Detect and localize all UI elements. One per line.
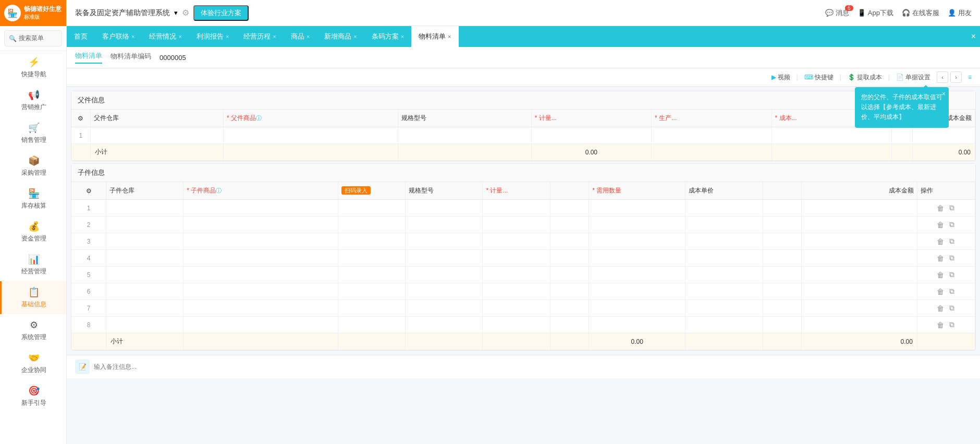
- tab-customer[interactable]: 客户联络 ×: [95, 26, 142, 47]
- scan-button[interactable]: 扫码录入: [341, 186, 371, 195]
- page-tab-bom[interactable]: 物料清单: [75, 51, 102, 64]
- copy-icon-row-1[interactable]: ⧉: [947, 203, 957, 213]
- child-row-6-unit-price[interactable]: [685, 283, 763, 300]
- child-row-3-warehouse[interactable]: [106, 233, 183, 250]
- child-row-6-qty[interactable]: [589, 283, 685, 300]
- child-row-8-warehouse[interactable]: [106, 317, 183, 333]
- child-row-3-spec[interactable]: [406, 233, 483, 250]
- page-tab-code[interactable]: 物料清单编码: [111, 52, 151, 63]
- tab-operation-close[interactable]: ×: [178, 33, 181, 40]
- sidebar-item-operation[interactable]: 📊 经营管理: [0, 248, 66, 281]
- child-row-7-goods[interactable]: [183, 300, 338, 317]
- sidebar-item-quick-nav[interactable]: ⚡ 快捷导航: [0, 51, 66, 84]
- parent-row-1-cost[interactable]: [771, 127, 891, 144]
- child-row-3-goods[interactable]: [183, 233, 338, 250]
- search-menu-button[interactable]: 🔍 搜索菜单: [4, 30, 62, 46]
- sidebar-item-purchase[interactable]: 📦 采购管理: [0, 150, 66, 183]
- shortcut-button[interactable]: ⌨ 快捷键: [804, 73, 834, 82]
- note-input[interactable]: [94, 363, 972, 370]
- copy-icon-row-5[interactable]: ⧉: [947, 270, 957, 280]
- delete-icon-row-8[interactable]: 🗑: [936, 320, 945, 330]
- child-row-1-goods[interactable]: [183, 200, 338, 217]
- child-row-8-spec[interactable]: [406, 317, 483, 333]
- child-row-6-goods[interactable]: [183, 283, 338, 300]
- child-row-7-unit[interactable]: [483, 300, 550, 317]
- delete-icon-row-5[interactable]: 🗑: [936, 270, 945, 280]
- child-row-1-unit[interactable]: [483, 200, 550, 217]
- tab-barcode-close[interactable]: ×: [401, 33, 404, 40]
- copy-icon-row-3[interactable]: ⧉: [947, 237, 957, 246]
- copy-icon-row-4[interactable]: ⧉: [947, 254, 957, 263]
- grid-view-icon[interactable]: ≡: [968, 74, 972, 81]
- child-row-5-goods[interactable]: [183, 267, 338, 283]
- child-row-2-unit-price[interactable]: [685, 217, 763, 233]
- sidebar-item-finance[interactable]: 💰 资金管理: [0, 215, 66, 248]
- message-button[interactable]: 💬 消息 6: [825, 8, 849, 18]
- tab-history[interactable]: 经营历程 ×: [236, 26, 283, 47]
- tooltip-close-button[interactable]: ×: [942, 89, 946, 99]
- tab-profit[interactable]: 利润报告 ×: [189, 26, 236, 47]
- user-button[interactable]: 👤 用友: [948, 8, 972, 18]
- child-row-3-qty[interactable]: [589, 233, 685, 250]
- parent-settings-gear-icon[interactable]: [78, 115, 83, 122]
- child-row-2-spec[interactable]: [406, 217, 483, 233]
- child-row-4-spec[interactable]: [406, 250, 483, 267]
- child-row-8-goods[interactable]: [183, 317, 338, 333]
- delete-icon-row-6[interactable]: 🗑: [936, 287, 945, 296]
- tab-home[interactable]: 首页: [67, 26, 95, 47]
- parent-row-1-goods[interactable]: [224, 127, 398, 144]
- close-all-tabs[interactable]: ×: [967, 32, 980, 41]
- system-dropdown[interactable]: [174, 9, 178, 17]
- tab-goods-close[interactable]: ×: [307, 33, 310, 40]
- delete-icon-row-4[interactable]: 🗑: [936, 254, 945, 263]
- child-row-2-goods[interactable]: [183, 217, 338, 233]
- parent-row-1-spec[interactable]: [398, 127, 532, 144]
- tab-profit-close[interactable]: ×: [226, 33, 229, 40]
- tab-operation[interactable]: 经营情况 ×: [142, 26, 189, 47]
- child-row-4-qty[interactable]: [589, 250, 685, 267]
- sidebar-item-enterprise[interactable]: 🤝 企业协同: [0, 347, 66, 380]
- child-row-6-spec[interactable]: [406, 283, 483, 300]
- tab-barcode[interactable]: 条码方案 ×: [364, 26, 411, 47]
- single-settings-button[interactable]: 📄 单据设置: [896, 73, 930, 82]
- child-row-3-unit-price[interactable]: [685, 233, 763, 250]
- copy-icon-row-2[interactable]: ⧉: [947, 220, 957, 230]
- child-row-4-unit-price[interactable]: [685, 250, 763, 267]
- sidebar-item-basic[interactable]: 📋 基础信息: [0, 281, 66, 314]
- tab-history-close[interactable]: ×: [273, 33, 276, 40]
- child-row-2-unit[interactable]: [483, 217, 550, 233]
- child-row-8-qty[interactable]: [589, 317, 685, 333]
- child-row-4-warehouse[interactable]: [106, 250, 183, 267]
- delete-icon-row-2[interactable]: 🗑: [936, 220, 945, 230]
- child-row-6-unit[interactable]: [483, 283, 550, 300]
- tab-bom-close[interactable]: ×: [448, 33, 451, 40]
- child-row-7-warehouse[interactable]: [106, 300, 183, 317]
- tab-goods[interactable]: 商品 ×: [284, 26, 317, 47]
- copy-icon-row-8[interactable]: ⧉: [947, 320, 957, 330]
- child-row-2-warehouse[interactable]: [106, 217, 183, 233]
- child-row-8-unit[interactable]: [483, 317, 550, 333]
- copy-icon-row-7[interactable]: ⧉: [947, 304, 957, 313]
- child-row-1-qty[interactable]: [589, 200, 685, 217]
- extract-cost-button[interactable]: 💲 提取成本: [848, 73, 882, 82]
- child-row-7-unit-price[interactable]: [685, 300, 763, 317]
- child-row-4-unit[interactable]: [483, 250, 550, 267]
- sidebar-item-sales[interactable]: 🛒 销售管理: [0, 117, 66, 150]
- child-row-8-unit-price[interactable]: [685, 317, 763, 333]
- online-service-button[interactable]: 🎧 在线客服: [902, 8, 939, 18]
- parent-row-1-warehouse[interactable]: [90, 127, 224, 144]
- child-row-3-unit[interactable]: [483, 233, 550, 250]
- child-row-2-qty[interactable]: [589, 217, 685, 233]
- child-row-7-spec[interactable]: [406, 300, 483, 317]
- sidebar-item-system[interactable]: ⚙ 系统管理: [0, 314, 66, 347]
- child-row-4-goods[interactable]: [183, 250, 338, 267]
- child-settings-gear-icon[interactable]: [86, 187, 92, 195]
- parent-row-1-produce[interactable]: [652, 127, 771, 144]
- parent-row-1-unit[interactable]: [531, 127, 651, 144]
- child-row-1-unit-price[interactable]: [685, 200, 763, 217]
- child-row-1-warehouse[interactable]: [106, 200, 183, 217]
- child-row-6-warehouse[interactable]: [106, 283, 183, 300]
- child-row-5-warehouse[interactable]: [106, 267, 183, 283]
- settings-icon[interactable]: ⚙: [182, 8, 189, 18]
- delete-icon-row-1[interactable]: 🗑: [936, 203, 945, 213]
